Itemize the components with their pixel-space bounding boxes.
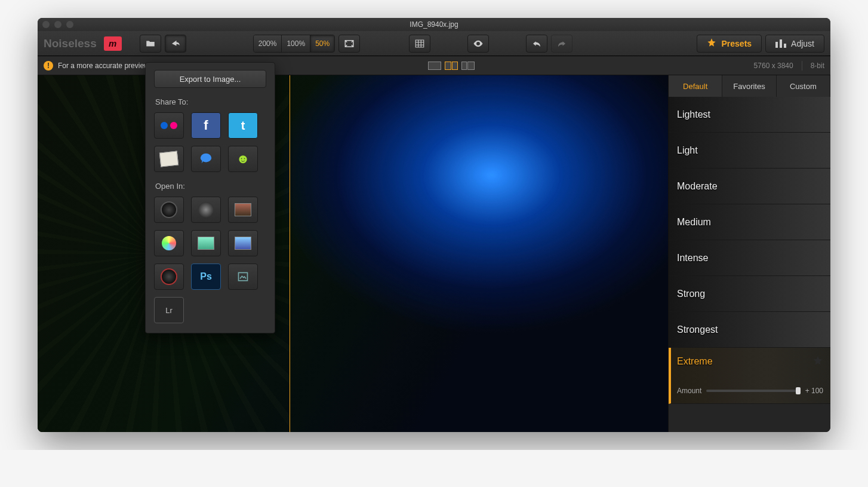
preset-moderate[interactable]: Moderate	[669, 169, 830, 204]
crop-button[interactable]	[409, 35, 430, 53]
share-twitter-button[interactable]: t	[228, 112, 258, 139]
preset-medium[interactable]: Medium	[669, 204, 830, 240]
star-icon	[707, 38, 716, 49]
redo-arrow-icon	[556, 38, 567, 49]
preview-button[interactable]	[467, 35, 489, 53]
open-camera-button[interactable]	[154, 264, 184, 290]
photoshop-icon: Ps	[200, 271, 212, 282]
preset-category-tabs: Default Favorites Custom	[669, 75, 830, 97]
preset-tab-default[interactable]: Default	[669, 75, 722, 97]
share-export-dropdown: Export to Image... Share To: f t ☻ Open …	[145, 62, 275, 333]
preset-tab-custom[interactable]: Custom	[777, 75, 830, 97]
zoom-button[interactable]	[66, 21, 73, 28]
sliders-icon	[775, 39, 786, 48]
view-split-button[interactable]	[445, 62, 458, 70]
camera-icon	[161, 268, 177, 285]
fit-screen-icon	[344, 38, 355, 49]
share-flickr-button[interactable]	[154, 112, 184, 139]
folder-icon	[145, 38, 156, 49]
open-iphoto-button[interactable]	[154, 230, 184, 256]
adjust-tab-button[interactable]: Adjust	[765, 35, 824, 53]
preset-list: LightestLightModerateMediumIntenseStrong…	[669, 97, 830, 432]
close-button[interactable]	[42, 21, 50, 28]
image-dimensions: 5760 x 3840	[754, 62, 793, 70]
zoom-100-button[interactable]: 100%	[282, 35, 310, 52]
view-sidebyside-button[interactable]	[461, 62, 475, 70]
open-app9-button[interactable]	[228, 264, 258, 290]
compare-split-line[interactable]	[290, 75, 290, 432]
open-lightroom-button[interactable]: Lr	[154, 297, 184, 323]
open-app5-button[interactable]	[191, 230, 221, 256]
open-app6-button[interactable]	[228, 230, 258, 256]
zoom-50-button[interactable]: 50%	[310, 35, 334, 52]
grid-icon	[414, 38, 425, 49]
view-single-button[interactable]	[428, 62, 441, 70]
preset-label: Medium	[677, 217, 711, 228]
photo-icon	[198, 237, 214, 250]
share-facebook-button[interactable]: f	[191, 112, 221, 139]
favorite-star-icon[interactable]	[812, 355, 823, 366]
open-aperture-button[interactable]	[154, 197, 184, 223]
share-export-button[interactable]	[165, 35, 186, 53]
gear-icon	[198, 202, 214, 218]
main-toolbar: Noiseless m 200% 100% 50%	[38, 31, 830, 56]
open-photoshop-button[interactable]: Ps	[191, 264, 221, 290]
window-controls	[42, 21, 73, 28]
minimize-button[interactable]	[54, 21, 61, 28]
divider	[802, 61, 802, 71]
image-canvas[interactable]	[38, 75, 668, 432]
preset-amount-row: Amount+ 100	[677, 387, 823, 395]
amount-value: + 100	[805, 387, 823, 395]
share-to-label: Share To:	[155, 97, 266, 106]
picture-icon	[236, 271, 250, 283]
open-file-button[interactable]	[140, 35, 161, 53]
preset-lightest[interactable]: Lightest	[669, 97, 830, 133]
amount-slider[interactable]	[706, 390, 800, 392]
preset-label: Extreme	[677, 356, 713, 367]
app-name-label: Noiseless	[44, 37, 97, 50]
slider-knob[interactable]	[796, 387, 801, 394]
compare-view-modes	[428, 62, 475, 70]
preset-label: Intense	[677, 253, 708, 264]
app-icon	[235, 203, 251, 216]
share-grid: f t ☻	[154, 112, 266, 172]
twitter-icon: t	[241, 119, 245, 133]
preset-label: Lightest	[677, 109, 710, 120]
preset-light[interactable]: Light	[669, 133, 830, 169]
preset-label: Strong	[677, 289, 705, 299]
lightroom-icon: Lr	[165, 306, 173, 315]
zoom-level-group: 200% 100% 50%	[253, 35, 335, 53]
warning-icon: !	[44, 61, 53, 71]
preset-strongest[interactable]: Strongest	[669, 312, 830, 348]
facebook-icon: f	[204, 118, 208, 133]
preset-strong[interactable]: Strong	[669, 276, 830, 312]
preset-extreme[interactable]: ExtremeAmount+ 100	[669, 348, 830, 404]
title-bar[interactable]: IMG_8940x.jpg	[38, 18, 830, 31]
export-to-image-button[interactable]: Export to Image...	[154, 70, 266, 88]
preset-tab-favorites[interactable]: Favorites	[722, 75, 776, 97]
zoom-200-button[interactable]: 200%	[254, 35, 282, 52]
open-app3-button[interactable]	[228, 197, 258, 223]
share-mail-button[interactable]	[154, 146, 184, 172]
smugmug-icon: ☻	[236, 151, 250, 167]
photo-icon	[235, 237, 251, 250]
undo-button[interactable]	[526, 35, 547, 53]
preset-intense[interactable]: Intense	[669, 240, 830, 276]
eye-icon	[473, 38, 484, 49]
window-title: IMG_8940x.jpg	[42, 20, 826, 29]
macphun-logo-icon[interactable]: m	[104, 36, 122, 51]
redo-button[interactable]	[551, 35, 572, 53]
undo-arrow-icon	[531, 38, 542, 49]
fit-screen-button[interactable]	[338, 35, 360, 53]
share-arrow-icon	[170, 38, 181, 49]
share-messages-button[interactable]	[191, 146, 221, 172]
open-app2-button[interactable]	[191, 197, 221, 223]
preset-label: Light	[677, 145, 698, 156]
presets-tab-button[interactable]: Presets	[697, 35, 762, 53]
iphoto-icon	[162, 236, 176, 250]
aperture-icon	[161, 201, 177, 218]
open-in-label: Open In:	[155, 182, 266, 191]
preset-label: Moderate	[677, 181, 718, 192]
share-smugmug-button[interactable]: ☻	[228, 146, 258, 172]
image-bit-depth: 8-bit	[811, 62, 824, 70]
